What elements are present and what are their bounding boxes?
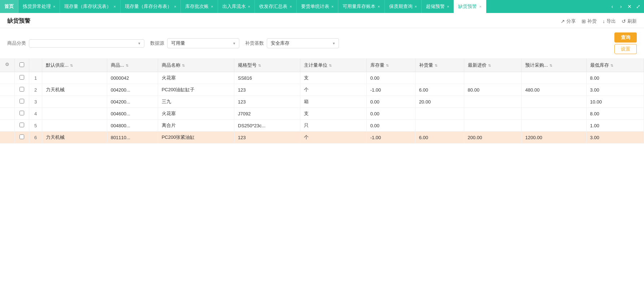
row-est-purchase — [521, 120, 586, 132]
tab-home-label: 首页 — [4, 3, 14, 10]
th-goods-code-label: 商品... — [111, 62, 124, 69]
row-goods-code: 004800... — [107, 120, 158, 132]
query-button[interactable]: 查询 — [614, 32, 637, 43]
row-checkbox-cell — [15, 132, 29, 144]
close-icon[interactable]: × — [113, 4, 116, 9]
th-est-purchase-label: 预计采购... — [525, 62, 548, 69]
row-checkbox[interactable] — [19, 123, 24, 127]
close-icon[interactable]: × — [290, 4, 292, 9]
tab-label: 出入库流水 — [222, 3, 246, 10]
replenish-value: 安全库存 — [271, 40, 290, 47]
th-min-stock[interactable]: 最低库存 ⇅ — [586, 59, 644, 72]
settings-button[interactable]: 设置 — [614, 44, 637, 54]
close-icon[interactable]: × — [248, 4, 250, 9]
table-row: 5 004800... 离合片 DS250*23c... 只 0.00 1.00 — [0, 120, 644, 132]
table-row: 2 力天机械 004200... PC200油缸缸子 123 个 -1.00 6… — [0, 84, 644, 96]
row-stock-qty: 0.00 — [366, 120, 415, 132]
sort-icon: ⇅ — [435, 63, 438, 67]
row-checkbox-cell — [15, 108, 29, 120]
row-replenish-qty — [415, 72, 464, 84]
replenish-button[interactable]: ⊞ 补货 — [582, 18, 597, 25]
tab-prev-button[interactable]: ‹ — [608, 2, 617, 11]
tab-shortage[interactable]: 缺货预警 × — [454, 0, 486, 13]
share-label: 分享 — [566, 18, 576, 25]
select-all-checkbox[interactable] — [19, 62, 24, 67]
tab-expiry-query[interactable]: 保质期查询 × — [385, 0, 422, 13]
replenish-select[interactable]: 安全库存 ▾ — [267, 38, 339, 48]
datasource-filter-group: 数据源 可用量 ▾ — [150, 38, 239, 48]
row-checkbox[interactable] — [19, 87, 24, 92]
tab-home[interactable]: 首页 — [0, 0, 18, 13]
table-row: 4 004600... 火花塞 J7092 支 0.00 8.00 — [0, 108, 644, 120]
tab-expand-button[interactable]: ⤢ — [634, 2, 643, 11]
th-est-purchase[interactable]: 预计采购... ⇅ — [521, 59, 586, 72]
tab-inventory-dist[interactable]: 现存量（库存分布表） × — [121, 0, 181, 13]
tab-label: 超储预警 — [426, 3, 445, 10]
datasource-arrow-icon: ▾ — [233, 41, 235, 46]
close-icon[interactable]: × — [378, 4, 380, 9]
replenish-arrow-icon: ▾ — [333, 41, 335, 46]
th-latest-price[interactable]: 最新进价 ⇅ — [464, 59, 521, 72]
tab-receive-summary[interactable]: 收发存汇总表 × — [255, 0, 296, 13]
tab-overstock[interactable]: 超储预警 × — [422, 0, 454, 13]
th-settings[interactable]: ⚙ — [0, 59, 15, 72]
category-select[interactable]: ▾ — [29, 39, 144, 48]
row-est-purchase — [521, 72, 586, 84]
tab-batch-account[interactable]: 库存批次账 × — [181, 0, 218, 13]
th-unit[interactable]: 主计量单位 ⇅ — [300, 59, 366, 72]
tab-available-ledger[interactable]: 可用量库存账本 × — [338, 0, 384, 13]
tab-bar: 首页 拣货异常处理 × 现存量（库存状况表） × 现存量（库存分布表） × 库存… — [0, 0, 644, 13]
row-checkbox[interactable] — [19, 99, 24, 103]
sort-icon: ⇅ — [258, 63, 261, 67]
row-est-purchase: 1200.00 — [521, 132, 586, 144]
th-goods-code[interactable]: 商品... ⇅ — [107, 59, 158, 72]
tab-inventory-status[interactable]: 现存量（库存状况表） × — [60, 0, 120, 13]
row-checkbox-cell — [15, 72, 29, 84]
row-min-stock: 8.00 — [586, 108, 644, 120]
filter-actions: 查询 设置 — [614, 32, 637, 54]
category-arrow-icon: ▾ — [138, 41, 140, 46]
gear-icon[interactable]: ⚙ — [4, 62, 11, 69]
share-button[interactable]: ↗ 分享 — [561, 18, 576, 25]
row-latest-price: 80.00 — [464, 84, 521, 96]
row-checkbox[interactable] — [19, 111, 24, 115]
close-icon[interactable]: × — [53, 4, 55, 9]
tab-in-out-flow[interactable]: 出入库流水 × — [218, 0, 255, 13]
sort-icon: ⇅ — [549, 63, 552, 67]
row-checkbox[interactable] — [19, 134, 24, 139]
row-goods-code: 004200... — [107, 84, 158, 96]
row-supplier — [42, 72, 107, 84]
tab-demand-stats[interactable]: 要货单统计表 × — [297, 0, 338, 13]
row-checkbox[interactable] — [19, 75, 24, 80]
tab-label: 可用量库存账本 — [343, 3, 375, 10]
close-icon[interactable]: × — [415, 4, 417, 9]
refresh-button[interactable]: ↺ 刷新 — [622, 18, 637, 25]
export-label: 导出 — [606, 18, 616, 25]
th-goods-name[interactable]: 商品名称 ⇅ — [158, 59, 234, 72]
row-replenish-qty — [415, 120, 464, 132]
close-icon[interactable]: × — [447, 4, 449, 9]
close-icon[interactable]: × — [174, 4, 176, 9]
tab-label: 库存批次账 — [185, 3, 209, 10]
th-replenish-qty-label: 补货量 — [419, 62, 433, 69]
th-spec-label: 规格型号 — [238, 62, 257, 69]
th-supplier[interactable]: 默认供应... ⇅ — [42, 59, 107, 72]
tab-next-button[interactable]: › — [617, 2, 625, 11]
datasource-select[interactable]: 可用量 ▾ — [167, 38, 239, 48]
th-supplier-label: 默认供应... — [46, 62, 69, 69]
close-icon[interactable]: × — [211, 4, 213, 9]
close-icon[interactable]: × — [331, 4, 334, 9]
th-spec[interactable]: 规格型号 ⇅ — [234, 59, 300, 72]
export-button[interactable]: ↓ 导出 — [602, 18, 616, 25]
th-replenish-qty[interactable]: 补货量 ⇅ — [415, 59, 464, 72]
th-stock-qty[interactable]: 库存量 ⇅ — [366, 59, 415, 72]
row-min-stock: 1.00 — [586, 120, 644, 132]
row-goods-name: 三九 — [158, 96, 234, 108]
close-icon[interactable]: × — [479, 4, 481, 9]
tab-defect-process[interactable]: 拣货异常处理 × — [18, 0, 60, 13]
tab-close-button[interactable]: ✕ — [625, 2, 634, 11]
category-label: 商品分类 — [7, 40, 26, 47]
row-unit: 个 — [300, 84, 366, 96]
row-supplier — [42, 108, 107, 120]
replenish-label: 补货基数 — [245, 40, 264, 47]
